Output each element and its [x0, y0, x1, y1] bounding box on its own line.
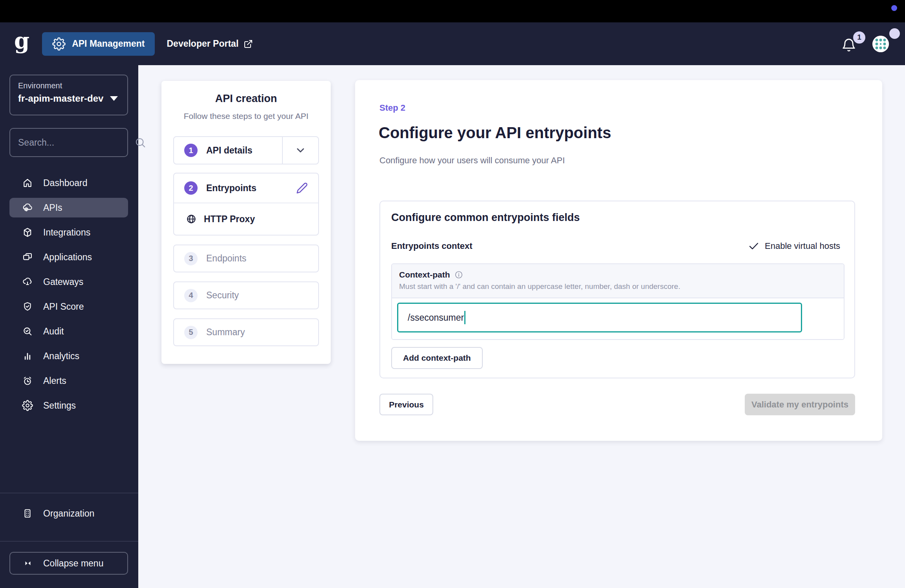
- stepper-title: API creation: [161, 93, 331, 105]
- previous-button[interactable]: Previous: [379, 394, 433, 415]
- step-label: Endpoints: [206, 253, 246, 264]
- home-icon: [22, 177, 33, 188]
- step-security: 4 Security: [173, 281, 319, 309]
- common-entrypoints-section: Configure common entrypoints fields Entr…: [379, 201, 855, 378]
- sidebar-item-label: Analytics: [43, 351, 79, 362]
- cloud-gateway-icon: [22, 276, 33, 287]
- developer-portal-label: Developer Portal: [167, 38, 238, 49]
- environment-value: fr-apim-master-dev: [18, 93, 103, 104]
- entrypoints-config-panel: Step 2 Configure your API entrypoints Co…: [355, 80, 882, 441]
- building-icon: [22, 508, 33, 519]
- cloud-api-icon: [22, 202, 33, 213]
- gear-icon: [22, 400, 33, 411]
- step-label: API details: [206, 145, 253, 156]
- step-number: 3: [184, 252, 198, 265]
- collapse-arrows-icon: [23, 558, 33, 568]
- sidebar-item-integrations[interactable]: Integrations: [9, 223, 128, 242]
- topbar-right-cluster: 1: [841, 35, 889, 53]
- context-path-value: /sseconsumer: [408, 312, 464, 323]
- chevron-down-icon: [295, 144, 306, 156]
- section-title: Configure common entrypoints fields: [391, 212, 580, 224]
- external-link-icon: [244, 39, 253, 49]
- sidebar-item-label: Audit: [43, 326, 64, 337]
- api-management-label: API Management: [72, 38, 145, 49]
- gravitee-logo[interactable]: g: [14, 32, 29, 50]
- sidebar-item-label: Alerts: [43, 376, 66, 386]
- sidebar-item-gateways[interactable]: Gateways: [9, 272, 128, 292]
- sidebar-divider: [0, 541, 138, 542]
- app-windows-icon: [22, 252, 33, 263]
- context-path-input[interactable]: /sseconsumer: [397, 303, 802, 332]
- sidebar-item-alerts[interactable]: Alerts: [9, 371, 128, 391]
- api-creation-stepper: API creation Follow these steps to get y…: [161, 81, 331, 364]
- notification-badge: 1: [853, 31, 865, 44]
- avatar-extra-circle: [889, 28, 900, 39]
- info-icon[interactable]: [454, 270, 463, 279]
- add-context-path-button[interactable]: Add context-path: [391, 347, 483, 369]
- alarm-clock-icon: [22, 375, 33, 386]
- sidebar-item-audit[interactable]: Audit: [9, 321, 128, 341]
- api-management-button[interactable]: API Management: [42, 32, 155, 56]
- collapse-menu-label: Collapse menu: [43, 558, 103, 569]
- search-input[interactable]: [18, 137, 134, 148]
- step-expand-button[interactable]: [282, 137, 318, 164]
- step-number: 1: [184, 144, 198, 157]
- developer-portal-link[interactable]: Developer Portal: [167, 38, 253, 49]
- edit-step-button[interactable]: [296, 182, 308, 194]
- sidebar-item-label: Integrations: [43, 227, 90, 238]
- environment-selector[interactable]: Environment fr-apim-master-dev: [9, 75, 128, 115]
- step-label: Security: [206, 290, 239, 301]
- sidebar-search[interactable]: [9, 128, 128, 157]
- bar-chart-icon: [22, 351, 33, 362]
- gear-badge-icon: [52, 37, 66, 51]
- text-caret: [464, 311, 465, 324]
- step-entrypoints: 2 Entrypoints HTTP Proxy: [173, 173, 319, 236]
- environment-label: Environment: [18, 81, 119, 90]
- sidebar-item-api-score[interactable]: API Score: [9, 297, 128, 316]
- app-topbar: g API Management Developer Portal 1: [0, 22, 905, 65]
- step-number: 2: [184, 181, 198, 195]
- sidebar-divider: [0, 493, 138, 493]
- entrypoints-context-label: Entrypoints context: [391, 241, 473, 251]
- step-indicator: Step 2: [379, 103, 405, 113]
- check-icon: [748, 241, 759, 252]
- os-top-strip: [0, 0, 905, 22]
- sidebar-item-label: APIs: [43, 203, 62, 213]
- sidebar-item-dashboard[interactable]: Dashboard: [9, 173, 128, 193]
- sidebar-item-label: Settings: [43, 400, 76, 411]
- sidebar-item-apis[interactable]: APIs: [9, 198, 128, 217]
- chevron-down-caret: [110, 96, 118, 101]
- globe-icon: [186, 214, 197, 225]
- sidebar-nav: Dashboard APIs Integrations Applications…: [9, 173, 128, 420]
- sidebar-item-label: Dashboard: [43, 178, 88, 188]
- user-avatar[interactable]: [872, 36, 889, 52]
- search-icon: [134, 137, 146, 148]
- sidebar-item-label: API Score: [43, 301, 84, 312]
- step-number: 5: [184, 326, 198, 339]
- magnifier-check-icon: [22, 326, 33, 337]
- page-title: Configure your API entrypoints: [379, 124, 611, 142]
- sidebar-item-label: Organization: [43, 508, 94, 519]
- sidebar-item-applications[interactable]: Applications: [9, 247, 128, 267]
- sidebar-item-settings[interactable]: Settings: [9, 396, 128, 415]
- step-label: Entrypoints: [206, 183, 256, 194]
- page-subtitle: Configure how your users will consume yo…: [379, 155, 565, 166]
- recording-status-dot: [891, 5, 897, 11]
- cube-icon: [22, 227, 33, 238]
- validate-entrypoints-button[interactable]: Validate my entrypoints: [745, 394, 855, 415]
- shield-check-icon: [22, 301, 33, 312]
- enable-virtual-hosts-label: Enable virtual hosts: [765, 241, 840, 251]
- notifications-button[interactable]: 1: [841, 38, 857, 53]
- sidebar-item-analytics[interactable]: Analytics: [9, 346, 128, 366]
- collapse-menu-button[interactable]: Collapse menu: [9, 552, 128, 575]
- substep-label: HTTP Proxy: [204, 214, 255, 225]
- context-path-label: Context-path: [399, 270, 450, 279]
- sidebar-item-organization[interactable]: Organization: [9, 504, 128, 523]
- enable-virtual-hosts-toggle[interactable]: Enable virtual hosts: [748, 241, 840, 252]
- sidebar: Environment fr-apim-master-dev Dashboard…: [0, 65, 138, 588]
- step-endpoints: 3 Endpoints: [173, 245, 319, 272]
- substep-http-proxy[interactable]: HTTP Proxy: [174, 203, 318, 235]
- pencil-icon: [296, 182, 308, 194]
- step-label: Summary: [206, 327, 245, 338]
- sidebar-item-label: Gateways: [43, 277, 83, 287]
